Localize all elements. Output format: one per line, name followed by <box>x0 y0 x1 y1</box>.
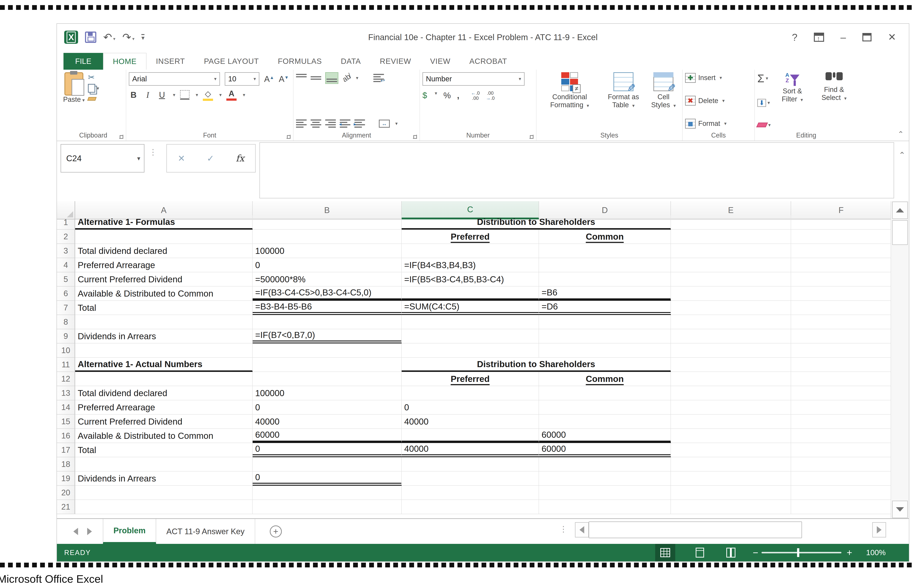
cell-A17[interactable]: Total <box>75 443 253 457</box>
cell-B14[interactable]: 0 <box>253 400 402 415</box>
cell-C11[interactable]: Distribution to Shareholders <box>402 358 671 372</box>
middle-align-icon[interactable] <box>311 73 321 82</box>
cell-A3[interactable]: Total dividend declared <box>75 244 253 258</box>
number-format-combo[interactable]: Number▾ <box>423 72 525 86</box>
row-header-9[interactable]: 9 <box>57 329 75 343</box>
horizontal-scroll-thumb[interactable] <box>589 522 802 538</box>
orientation-icon[interactable]: ab̸ <box>341 73 352 84</box>
cell-B12[interactable] <box>253 372 402 386</box>
cell-C7[interactable]: =SUM(C4:C5) <box>402 301 539 315</box>
cell-E5[interactable] <box>671 272 791 286</box>
cell-C21[interactable] <box>402 500 539 514</box>
paste-button[interactable]: Paste▾ <box>63 72 85 130</box>
row-header-11[interactable]: 11 <box>57 358 75 372</box>
zoom-out-icon[interactable]: − <box>750 544 761 561</box>
cell-F1[interactable] <box>791 215 891 229</box>
copy-icon[interactable]: ▾ <box>88 84 99 93</box>
cell-A14[interactable]: Preferred Arrearage <box>75 400 253 415</box>
scroll-left-icon[interactable] <box>575 522 589 538</box>
autosum-button[interactable]: Σ▾ <box>757 73 771 84</box>
fill-color-icon[interactable]: ◇ <box>203 89 213 101</box>
row-header-8[interactable]: 8 <box>57 315 75 329</box>
next-sheet-icon[interactable] <box>87 528 92 535</box>
cell-C5[interactable]: =IF(B5<B3-C4,B5,B3-C4) <box>402 272 539 286</box>
cell-E8[interactable] <box>671 315 791 329</box>
align-center-icon[interactable] <box>311 119 321 128</box>
ribbon-display-options-icon[interactable] <box>814 33 824 42</box>
cell-C14[interactable]: 0 <box>402 400 539 415</box>
cell-B4[interactable]: 0 <box>253 258 402 272</box>
row-header-20[interactable]: 20 <box>57 486 75 500</box>
restore-icon[interactable] <box>862 33 872 41</box>
cell-C19[interactable] <box>402 472 539 486</box>
cell-F2[interactable] <box>791 229 891 244</box>
cell-F15[interactable] <box>791 415 891 429</box>
cell-D7[interactable]: =D6 <box>539 301 671 315</box>
cell-E6[interactable] <box>671 286 791 301</box>
cell-C6[interactable] <box>402 286 539 301</box>
cell-A15[interactable]: Current Preferred Dividend <box>75 415 253 429</box>
cell-B9[interactable]: =IF(B7<0,B7,0) <box>253 329 402 343</box>
cell-E9[interactable] <box>671 329 791 343</box>
number-dialog-launcher-icon[interactable] <box>529 135 534 139</box>
cell-B1[interactable] <box>253 215 402 229</box>
find-select-button[interactable]: Find & Select ▾ <box>812 72 856 130</box>
cell-F8[interactable] <box>791 315 891 329</box>
cell-D6[interactable]: =B6 <box>539 286 671 301</box>
cell-F4[interactable] <box>791 258 891 272</box>
cell-A7[interactable]: Total <box>75 301 253 315</box>
underline-dropdown-icon[interactable]: ▾ <box>173 92 175 98</box>
cell-D15[interactable] <box>539 415 671 429</box>
cell-C13[interactable] <box>402 386 539 400</box>
row-header-10[interactable]: 10 <box>57 343 75 358</box>
row-header-7[interactable]: 7 <box>57 301 75 315</box>
cell-B7[interactable]: =B3-B4-B5-B6 <box>253 301 402 315</box>
cell-A10[interactable] <box>75 343 253 358</box>
cell-B8[interactable] <box>253 315 402 329</box>
cell-D4[interactable] <box>539 258 671 272</box>
format-cells-button[interactable]: ▦ Format▾ <box>685 119 752 129</box>
font-name-combo[interactable]: Arial▾ <box>129 72 220 86</box>
cell-A4[interactable]: Preferred Arrearage <box>75 258 253 272</box>
cell-B15[interactable]: 40000 <box>253 415 402 429</box>
cell-F6[interactable] <box>791 286 891 301</box>
zoom-slider-handle[interactable] <box>797 548 799 557</box>
increase-decimal-icon[interactable]: ←.0.00 <box>471 90 480 101</box>
cell-F19[interactable] <box>791 472 891 486</box>
cell-D20[interactable] <box>539 486 671 500</box>
tab-data[interactable]: DATA <box>331 53 370 69</box>
zoom-level[interactable]: 100% <box>862 544 889 561</box>
tab-review[interactable]: REVIEW <box>370 53 421 69</box>
cell-A1[interactable]: Alternative 1- Formulas <box>75 215 253 229</box>
borders-dropdown-icon[interactable]: ▾ <box>196 92 198 98</box>
save-icon[interactable] <box>85 32 96 43</box>
fill-button[interactable]: ⬇▾ <box>757 99 771 107</box>
font-size-combo[interactable]: 10▾ <box>225 72 259 86</box>
cell-B2[interactable] <box>253 229 402 244</box>
tab-page-layout[interactable]: PAGE LAYOUT <box>194 53 268 69</box>
cell-E7[interactable] <box>671 301 791 315</box>
bold-button[interactable]: B <box>129 90 138 100</box>
cell-E18[interactable] <box>671 457 791 472</box>
row-header-15[interactable]: 15 <box>57 415 75 429</box>
cell-C17[interactable]: 40000 <box>402 443 539 457</box>
cell-A8[interactable] <box>75 315 253 329</box>
decrease-font-size-icon[interactable]: A▼ <box>279 74 289 84</box>
cell-F7[interactable] <box>791 301 891 315</box>
cell-B3[interactable]: 100000 <box>253 244 402 258</box>
name-box-dropdown-icon[interactable]: ▾ <box>137 155 140 162</box>
cell-A19[interactable]: Dividends in Arrears <box>75 472 253 486</box>
insert-cells-button[interactable]: ✚ Insert▾ <box>685 73 752 83</box>
cell-D5[interactable] <box>539 272 671 286</box>
cell-D14[interactable] <box>539 400 671 415</box>
cell-A20[interactable] <box>75 486 253 500</box>
zoom-in-icon[interactable]: + <box>844 544 855 561</box>
cell-D12[interactable]: Common <box>539 372 671 386</box>
help-icon[interactable]: ? <box>792 32 797 43</box>
cell-D16[interactable]: 60000 <box>539 429 671 443</box>
cell-C20[interactable] <box>402 486 539 500</box>
cell-E2[interactable] <box>671 229 791 244</box>
tab-acrobat[interactable]: ACROBAT <box>460 53 517 69</box>
row-header-14[interactable]: 14 <box>57 400 75 415</box>
format-painter-icon[interactable] <box>88 95 99 101</box>
